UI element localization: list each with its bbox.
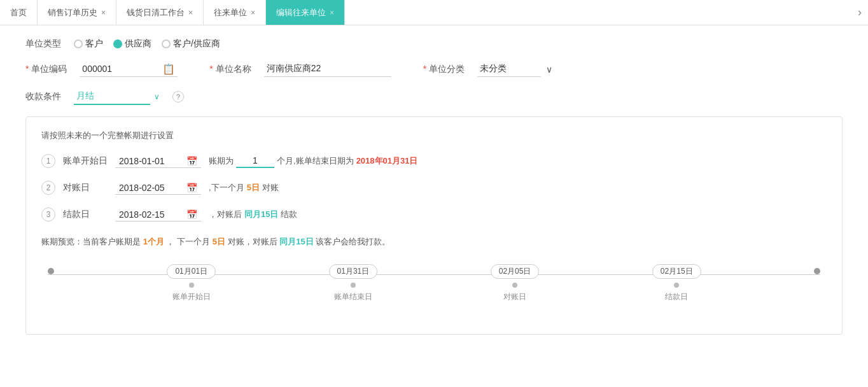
tab-partner[interactable]: 往来单位 × bbox=[204, 0, 266, 25]
radio-both-circle bbox=[162, 39, 171, 48]
preview-reconcile-pre: 下一个月 bbox=[177, 237, 210, 246]
timeline-point-1: 01月01日 账单开始日 bbox=[167, 264, 216, 302]
step-3-desc-pre: ，对账后 bbox=[209, 209, 242, 220]
radio-supplier-label: 供应商 bbox=[125, 38, 151, 50]
step-1-desc-mid: 个月,账单结束日期为 bbox=[277, 155, 354, 167]
step-1-row: 1 账单开始日 📅 账期为 个月,账单结束日期为 2018年01月31日 bbox=[41, 154, 827, 168]
timeline-dot-4 bbox=[674, 283, 679, 288]
step-1-date-input[interactable] bbox=[119, 156, 183, 166]
unit-code-field: 📋 bbox=[80, 62, 178, 77]
step-3-calendar-icon[interactable]: 📅 bbox=[186, 209, 197, 220]
tab-more-button[interactable]: › bbox=[851, 6, 868, 19]
timeline-badge-1: 01月01日 bbox=[167, 264, 216, 279]
tab-home[interactable]: 首页 bbox=[0, 0, 38, 25]
tab-bar: 首页 销售订单历史 × 钱货日清工作台 × 往来单位 × 编辑往来单位 × › bbox=[0, 0, 868, 25]
timeline-left-dot bbox=[48, 268, 54, 274]
timeline-badge-2: 01月31日 bbox=[329, 264, 378, 279]
step-3-date-input[interactable] bbox=[119, 209, 183, 220]
unit-classify-arrow[interactable]: ∨ bbox=[546, 64, 552, 74]
payment-condition-input[interactable] bbox=[74, 88, 150, 105]
timeline-label-2: 账单结束日 bbox=[334, 292, 372, 302]
tab-sales-history[interactable]: 销售订单历史 × bbox=[38, 0, 116, 25]
preview-text: 账期预览：当前客户账期是 1个月 ， 下一个月 5日 对账，对账后 同月15日 … bbox=[41, 234, 827, 249]
step-3-label: 结款日 bbox=[63, 209, 108, 220]
step-3-row: 3 结款日 📅 ，对账后 同月15日 结款 bbox=[41, 208, 827, 222]
radio-supplier[interactable]: 供应商 bbox=[113, 38, 151, 50]
step-2-calendar-icon[interactable]: 📅 bbox=[186, 183, 197, 193]
step-1-date-field: 📅 bbox=[115, 155, 201, 168]
unit-info-row: 单位编码 📋 单位名称 单位分类 ∨ bbox=[25, 61, 843, 77]
tab-home-label: 首页 bbox=[10, 7, 27, 18]
timeline: 01月01日 账单开始日 01月31日 账单结束日 02月05日 对账日 bbox=[41, 264, 827, 321]
preview-label: 账期预览：当前客户账期是 bbox=[41, 237, 141, 246]
timeline-label-4: 结款日 bbox=[665, 292, 688, 302]
step-3-desc: ，对账后 同月15日 结款 bbox=[209, 209, 297, 220]
step-3-desc-post: 结款 bbox=[281, 209, 297, 220]
radio-both[interactable]: 客户/供应商 bbox=[162, 38, 220, 50]
preview-reconcile-day: 5日 bbox=[213, 237, 225, 246]
step-1-desc-pre: 账期为 bbox=[209, 155, 234, 167]
unit-classify-label: 单位分类 bbox=[423, 64, 465, 75]
radio-supplier-circle bbox=[113, 39, 122, 48]
timeline-badge-3: 02月05日 bbox=[491, 264, 540, 279]
step-3-num: 3 bbox=[41, 208, 55, 222]
unit-code-label: 单位编码 bbox=[25, 64, 67, 75]
tab-partner-label: 往来单位 bbox=[214, 7, 247, 18]
payment-condition-arrow[interactable]: ∨ bbox=[154, 92, 160, 101]
timeline-points: 01月01日 账单开始日 01月31日 账单结束日 02月05日 对账日 bbox=[48, 264, 820, 302]
tab-edit-partner[interactable]: 编辑往来单位 × bbox=[266, 0, 345, 25]
radio-customer-circle bbox=[74, 39, 83, 48]
payment-condition-label: 收款条件 bbox=[25, 91, 61, 102]
timeline-right-end bbox=[814, 264, 820, 274]
unit-code-input[interactable] bbox=[82, 64, 158, 74]
tab-partner-close[interactable]: × bbox=[251, 8, 255, 17]
unit-name-input[interactable] bbox=[264, 61, 391, 77]
preview-period: 1个月 bbox=[143, 237, 164, 246]
timeline-dot-2 bbox=[351, 283, 356, 288]
unit-code-icon[interactable]: 📋 bbox=[162, 63, 175, 75]
step-1-calendar-icon[interactable]: 📅 bbox=[186, 156, 197, 166]
step-2-desc: ,下一个月 5日 对账 bbox=[209, 182, 279, 194]
timeline-dot-1 bbox=[189, 283, 194, 288]
tab-edit-partner-label: 编辑往来单位 bbox=[276, 7, 326, 18]
timeline-dot-3 bbox=[512, 283, 517, 288]
payment-condition-row: 收款条件 ∨ ? bbox=[25, 88, 843, 105]
timeline-label-1: 账单开始日 bbox=[172, 292, 211, 302]
radio-customer[interactable]: 客户 bbox=[74, 38, 103, 50]
step-2-num: 2 bbox=[41, 181, 55, 195]
step-1-desc: 账期为 个月,账单结束日期为 2018年01月31日 bbox=[209, 154, 417, 168]
radio-customer-label: 客户 bbox=[85, 38, 103, 50]
tab-cash-work[interactable]: 钱货日清工作台 × bbox=[116, 0, 204, 25]
timeline-label-3: 对账日 bbox=[503, 292, 526, 302]
tab-sales-history-close[interactable]: × bbox=[101, 8, 106, 17]
tab-edit-partner-close[interactable]: × bbox=[330, 8, 334, 17]
timeline-point-2: 01月31日 账单结束日 bbox=[329, 264, 378, 302]
timeline-point-4: 02月15日 结款日 bbox=[652, 264, 701, 302]
unit-classify-input[interactable] bbox=[477, 61, 541, 77]
main-content: 单位类型 客户 供应商 客户/供应商 单位编码 📋 单位名称 单位分类 bbox=[0, 25, 868, 387]
payment-help-icon[interactable]: ? bbox=[172, 91, 184, 102]
radio-both-label: 客户/供应商 bbox=[173, 38, 220, 50]
unit-type-row: 单位类型 客户 供应商 客户/供应商 bbox=[25, 38, 843, 50]
step-1-label: 账单开始日 bbox=[63, 155, 108, 167]
step-3-date-field: 📅 bbox=[115, 208, 201, 222]
unit-name-label: 单位名称 bbox=[209, 64, 251, 75]
preview-comma: ， bbox=[166, 237, 174, 246]
unit-type-label: 单位类型 bbox=[25, 38, 61, 50]
step-2-desc-pre: ,下一个月 bbox=[209, 182, 244, 194]
step-2-row: 2 对账日 📅 ,下一个月 5日 对账 bbox=[41, 181, 827, 195]
step-2-desc-post: 对账 bbox=[262, 182, 279, 194]
settings-panel: 请按照未来的一个完整帐期进行设置 1 账单开始日 📅 账期为 个月,账单结束日期… bbox=[25, 116, 843, 335]
step-1-num: 1 bbox=[41, 154, 55, 168]
step-2-date-input[interactable] bbox=[119, 183, 183, 193]
payment-condition-field: ∨ bbox=[74, 88, 160, 105]
preview-payment-day: 同月15日 bbox=[279, 237, 313, 246]
step-2-label: 对账日 bbox=[63, 182, 108, 194]
step-1-months-input[interactable] bbox=[236, 154, 274, 168]
tab-cash-work-close[interactable]: × bbox=[188, 8, 193, 17]
tab-sales-history-label: 销售订单历史 bbox=[48, 7, 97, 18]
timeline-badge-4: 02月15日 bbox=[652, 264, 701, 279]
timeline-point-3: 02月05日 对账日 bbox=[491, 264, 540, 302]
preview-suffix: 该客户会给我打款。 bbox=[316, 237, 390, 246]
panel-title: 请按照未来的一个完整帐期进行设置 bbox=[41, 130, 827, 141]
